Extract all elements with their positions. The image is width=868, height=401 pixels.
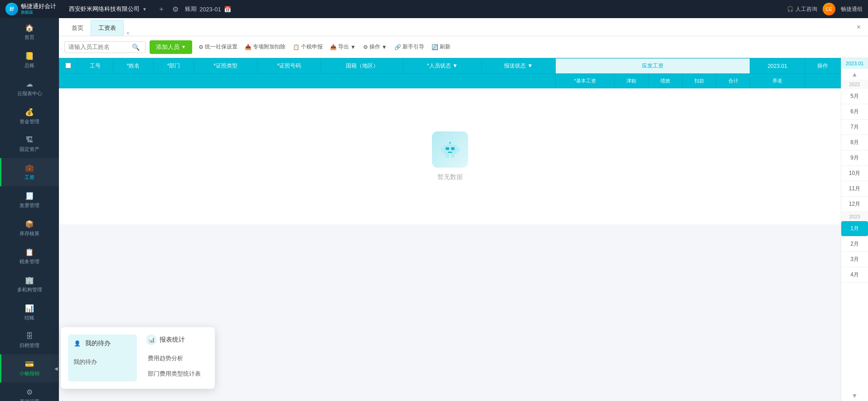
toolbar-actions: ⚙ 统一社保设置 📥 专项附加扣除 📋 个税申报 📤 导出 ▼ ⚙ — [196, 41, 863, 53]
month-item-8[interactable]: 8月 — [841, 135, 868, 150]
refresh-button[interactable]: 🔄 刷新 — [429, 41, 453, 53]
empty-cell: 暂无数据 — [59, 88, 841, 225]
nationality-col: 国籍（地区） — [321, 58, 403, 74]
month-item-2023-2[interactable]: 2月 — [841, 237, 868, 252]
popup-left-header: 👤 我的待办 — [72, 338, 133, 349]
tab-salary-table[interactable]: 工资表 — [91, 20, 124, 36]
popup-item-dept-expense[interactable]: 部门费用类型统计表 — [146, 366, 208, 382]
deduction-sub: 扣款 — [682, 74, 716, 88]
todo-icon: 👤 — [72, 338, 82, 349]
operations-button[interactable]: ⚙ 操作 ▼ — [360, 41, 390, 53]
sidebar-item-settings[interactable]: ⚙ 基础设置 — [0, 382, 59, 401]
svg-rect-7 — [457, 147, 459, 152]
logo-area: 好 畅捷通好会计 旗舰版 — [5, 3, 64, 16]
month-item-2023-1[interactable]: 1月 — [841, 221, 868, 237]
settings-button[interactable]: ⚙ — [170, 3, 180, 15]
popup-left-header-label: 我的待办 — [85, 339, 111, 348]
sidebar-label-home: 首页 — [24, 34, 34, 41]
status-filter-icon[interactable]: ▼ — [452, 63, 458, 69]
service-button[interactable]: 🎧 人工咨询 — [787, 5, 817, 13]
empty-text: 暂无数据 — [437, 173, 463, 181]
sidebar-item-funds[interactable]: 💰 资金管理 — [0, 102, 59, 130]
month-item-6[interactable]: 6月 — [841, 104, 868, 120]
export-button[interactable]: 📤 导出 ▼ — [327, 41, 359, 53]
add-btn-arrow-icon: ▼ — [181, 44, 186, 49]
sidebar-item-ledger[interactable]: 📒 总账 — [0, 46, 59, 74]
month-panel: 2023.01 ▲ 2022 5月 6月 7月 8月 9月 10月 11月 12… — [841, 58, 868, 401]
month-nav-down-button[interactable]: ▼ — [841, 390, 868, 401]
home-icon: 🏠 — [25, 24, 34, 32]
social-settings-button[interactable]: ⚙ 统一社保设置 — [196, 41, 240, 53]
calendar-icon[interactable]: 📅 — [224, 6, 231, 13]
sidebar-item-multi[interactable]: 🏢 多机构管理 — [0, 271, 59, 299]
id-type-col: *证照类型 — [194, 58, 257, 74]
sidebar-item-home[interactable]: 🏠 首页 — [0, 18, 59, 46]
search-input[interactable] — [68, 43, 132, 50]
sidebar-item-settle[interactable]: 📊 结账 — [0, 299, 59, 327]
sidebar-item-archive[interactable]: 🗄 归档管理 — [0, 327, 59, 354]
month-item-7[interactable]: 7月 — [841, 120, 868, 135]
expense-icon: 💳 — [25, 360, 34, 368]
month-item-2023-3[interactable]: 3月 — [841, 252, 868, 267]
robot-svg — [439, 138, 461, 161]
settle-icon: 📊 — [25, 304, 34, 313]
special-deduct-button[interactable]: 📥 专项附加扣除 — [242, 41, 288, 53]
add-company-button[interactable]: ＋ — [156, 3, 167, 16]
tax-report-label: 个税申报 — [301, 43, 323, 51]
sidebar-item-cloud[interactable]: ☁ 云报表中心 — [0, 74, 59, 102]
report-filter-icon[interactable]: ▼ — [527, 63, 533, 69]
month-item-12[interactable]: 12月 — [841, 197, 868, 212]
select-all-checkbox[interactable] — [65, 63, 71, 68]
header-actions: ＋ ⚙ — [156, 3, 180, 16]
new-guide-icon: 🔗 — [394, 44, 401, 50]
operations-label: 操作 — [369, 43, 380, 51]
svg-rect-9 — [451, 154, 455, 158]
sidebar-item-tax[interactable]: 📋 税务管理 — [0, 242, 59, 271]
operations-arrow-icon: ▼ — [382, 44, 387, 50]
sidebar-item-assets[interactable]: 🏗 固定资产 — [0, 130, 59, 158]
refresh-icon: 🔄 — [432, 44, 438, 50]
ops-col: 操作 — [805, 58, 840, 74]
ops-sub — [805, 74, 840, 88]
special-deduct-label: 专项附加扣除 — [253, 43, 286, 51]
social-settings-icon: ⚙ — [199, 44, 204, 50]
period-col: 2023.01 — [750, 58, 805, 74]
sidebar-item-salary[interactable]: 💼 工资 — [0, 158, 59, 186]
export-label: 导出 — [338, 43, 349, 51]
top-header: 好 畅捷通好会计 旗舰版 西安虾米网络科技有限公司 ▼ ＋ ⚙ 账期 2023-… — [0, 0, 868, 18]
tab-home[interactable]: 首页 — [64, 20, 91, 36]
operations-icon: ⚙ — [363, 44, 368, 50]
month-item-9[interactable]: 9月 — [841, 150, 868, 166]
assets-icon: 🏗 — [26, 136, 33, 144]
spacer-sub — [59, 74, 556, 88]
popup-item-expense-trend[interactable]: 费用趋势分析 — [146, 351, 208, 366]
headset-icon: 🎧 — [787, 6, 794, 12]
month-item-2023-4[interactable]: 4月 — [841, 267, 868, 283]
svg-rect-1 — [446, 147, 449, 150]
active-indicator — [0, 158, 1, 186]
svg-rect-5 — [450, 142, 451, 144]
month-item-5[interactable]: 5月 — [841, 89, 868, 104]
sidebar-item-inventory[interactable]: 📦 库存核算 — [0, 214, 59, 242]
popup-item-my-todo[interactable]: 我的待办 — [72, 354, 133, 370]
month-item-11[interactable]: 11月 — [841, 181, 868, 197]
month-nav-up-button[interactable]: ▲ — [841, 69, 868, 80]
social-settings-label: 统一社保设置 — [205, 43, 238, 51]
settings-icon: ⚙ — [26, 388, 33, 396]
tab-close-button[interactable]: × — [126, 30, 129, 36]
sidebar-item-invoice[interactable]: 🧾 发票管理 — [0, 186, 59, 214]
add-employee-button[interactable]: 添加人员 ▼ — [150, 40, 192, 54]
company-selector[interactable]: 西安虾米网络科技有限公司 ▼ — [64, 3, 151, 15]
sidebar-item-expense[interactable]: 💳 小畅报销 ◀ — [0, 354, 59, 382]
tax-report-button[interactable]: 📋 个税申报 — [290, 41, 325, 53]
new-guide-button[interactable]: 🔗 新手引导 — [392, 41, 427, 53]
salary-icon: 💼 — [25, 164, 34, 172]
name-col: *姓名 — [113, 58, 154, 74]
add-btn-label: 添加人员 — [156, 43, 179, 51]
empty-state: 暂无数据 — [59, 88, 841, 224]
month-item-10[interactable]: 10月 — [841, 166, 868, 181]
sidebar-label-archive: 归档管理 — [19, 342, 39, 349]
empty-state-icon — [432, 131, 468, 168]
dept-expense-label: 部门费用类型统计表 — [148, 370, 201, 377]
close-all-tabs-button[interactable]: × — [857, 23, 861, 31]
